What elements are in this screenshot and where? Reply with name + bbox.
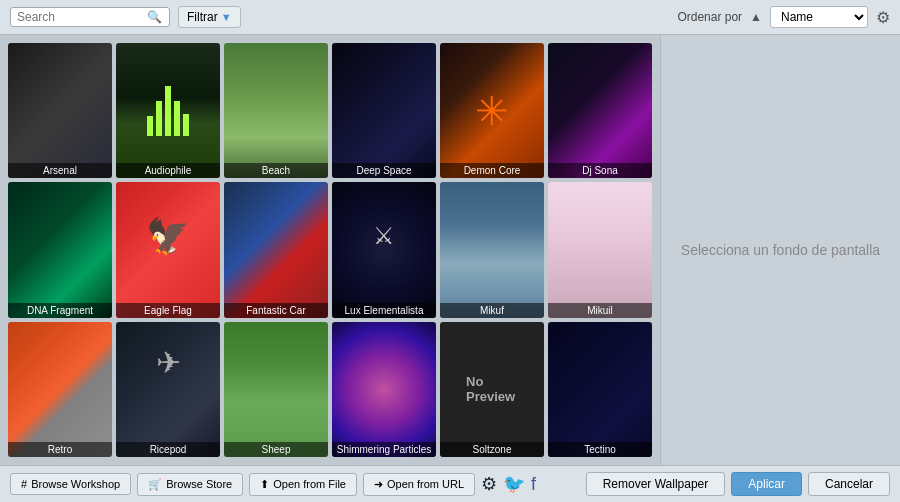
wallpaper-item-eagleflag[interactable]: 🦅 Eagle Flag <box>116 182 220 317</box>
sort-arrow-icon: ▲ <box>750 10 762 24</box>
wallpaper-item-sheep[interactable]: Sheep <box>224 322 328 457</box>
drone-shape: ✈ <box>156 345 181 380</box>
open-from-file-button[interactable]: ⬆ Open from File <box>249 473 357 496</box>
filter-label: Filtrar <box>187 10 218 24</box>
wallpaper-label-shimmeringparticles: Shimmering Particles <box>332 442 436 457</box>
filter-button[interactable]: Filtrar ▼ <box>178 6 241 28</box>
wallpaper-item-tectino[interactable]: Tectino <box>548 322 652 457</box>
wallpaper-label-luxelementalista: Lux Elementalista <box>332 303 436 318</box>
browse-store-button[interactable]: 🛒 Browse Store <box>137 473 243 496</box>
sort-select[interactable]: Name Date Added Rating <box>770 6 868 28</box>
wallpaper-label-ricepod: Ricepod <box>116 442 220 457</box>
wallpaper-label-arsenal: Arsenal <box>8 163 112 178</box>
wallpaper-label-sheep: Sheep <box>224 442 328 457</box>
wallpaper-label-eagleflag: Eagle Flag <box>116 303 220 318</box>
wallpaper-label-soltzone: Soltzone <box>440 442 544 457</box>
social-icons: ⚙ 🐦 f <box>481 473 536 495</box>
wallpaper-item-mikuii[interactable]: Mikuil <box>548 182 652 317</box>
steam-icon[interactable]: ⚙ <box>481 473 497 495</box>
open-from-url-button[interactable]: ➜ Open from URL <box>363 473 475 496</box>
wallpaper-label-demoncore: Demon Core <box>440 163 544 178</box>
wallpaper-item-arsenal[interactable]: Arsenal <box>8 43 112 178</box>
wallpaper-label-fantasticcar: Fantastic Car <box>224 303 328 318</box>
wallpaper-label-dnafragment: DNA Fragment <box>8 303 112 318</box>
wallpaper-label-retro: Retro <box>8 442 112 457</box>
bottom-bar: # Browse Workshop 🛒 Browse Store ⬆ Open … <box>0 465 900 502</box>
wallpaper-item-audiophile[interactable]: Audiophile <box>116 43 220 178</box>
wallpaper-item-beach[interactable]: Beach <box>224 43 328 178</box>
wallpaper-item-luxelementalista[interactable]: ⚔ Lux Elementalista <box>332 182 436 317</box>
main-area: Arsenal Audiophile Beach Deep Space <box>0 35 900 465</box>
file-icon: ⬆ <box>260 478 269 491</box>
store-icon: 🛒 <box>148 478 162 491</box>
url-icon: ➜ <box>374 478 383 491</box>
wallpaper-item-retro[interactable]: Retro <box>8 322 112 457</box>
wallpaper-label-audiophile: Audiophile <box>116 163 220 178</box>
wallpaper-item-deepspace[interactable]: Deep Space <box>332 43 436 178</box>
search-input[interactable] <box>17 10 147 24</box>
twitter-icon[interactable]: 🐦 <box>503 473 525 495</box>
wallpaper-grid: Arsenal Audiophile Beach Deep Space <box>0 35 660 465</box>
wallpaper-label-mikuii: Mikuil <box>548 303 652 318</box>
wallpaper-item-shimmeringparticles[interactable]: Shimmering Particles <box>332 322 436 457</box>
ordenar-label: Ordenar por <box>677 10 742 24</box>
search-icon[interactable]: 🔍 <box>147 10 162 24</box>
browse-workshop-label: Browse Workshop <box>31 478 120 490</box>
no-preview-label: No Preview <box>466 374 518 404</box>
wallpaper-item-djsona[interactable]: Dj Sona <box>548 43 652 178</box>
wallpaper-item-soltzone[interactable]: No Preview Soltzone <box>440 322 544 457</box>
filter-icon: ▼ <box>221 11 232 23</box>
wallpaper-item-demoncore[interactable]: ✳ Demon Core <box>440 43 544 178</box>
wallpaper-item-ricepod[interactable]: ✈ Ricepod <box>116 322 220 457</box>
workshop-icon: # <box>21 478 27 490</box>
wallpaper-item-mikuf[interactable]: Mikuf <box>440 182 544 317</box>
wallpaper-item-fantasticcar[interactable]: Fantastic Car <box>224 182 328 317</box>
cancel-button[interactable]: Cancelar <box>808 472 890 496</box>
right-panel: Selecciona un fondo de pantalla <box>660 35 900 465</box>
remove-wallpaper-button[interactable]: Remover Wallpaper <box>586 472 726 496</box>
apply-button[interactable]: Aplicar <box>731 472 802 496</box>
browse-workshop-button[interactable]: # Browse Workshop <box>10 473 131 495</box>
wallpaper-label-djsona: Dj Sona <box>548 163 652 178</box>
lux-symbol: ⚔ <box>373 222 395 250</box>
open-from-url-label: Open from URL <box>387 478 464 490</box>
facebook-icon[interactable]: f <box>531 474 536 495</box>
wallpaper-label-deepspace: Deep Space <box>332 163 436 178</box>
search-box: 🔍 <box>10 7 170 27</box>
select-hint: Selecciona un fondo de pantalla <box>681 242 880 258</box>
wallpaper-label-mikuf: Mikuf <box>440 303 544 318</box>
browse-store-label: Browse Store <box>166 478 232 490</box>
open-from-file-label: Open from File <box>273 478 346 490</box>
settings-icon[interactable]: ⚙ <box>876 8 890 27</box>
toolbar: 🔍 Filtrar ▼ Ordenar por ▲ Name Date Adde… <box>0 0 900 35</box>
wallpaper-item-dnafragment[interactable]: DNA Fragment <box>8 182 112 317</box>
wallpaper-label-tectino: Tectino <box>548 442 652 457</box>
wallpaper-label-beach: Beach <box>224 163 328 178</box>
right-buttons: Remover Wallpaper Aplicar Cancelar <box>586 472 890 496</box>
